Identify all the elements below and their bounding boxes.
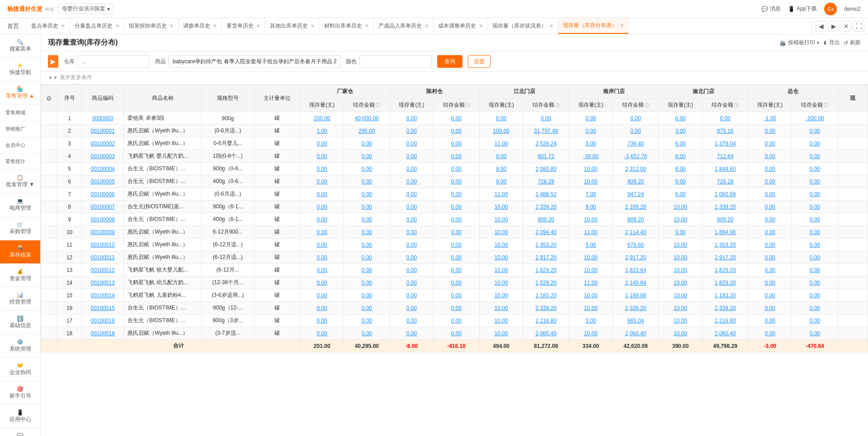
tab-prev-btn[interactable]: ◀	[816, 21, 826, 32]
value-link[interactable]: 0.00	[810, 280, 820, 286]
value-link[interactable]: 0.00	[317, 292, 327, 299]
value-link[interactable]: 2,080.80	[535, 166, 557, 172]
value-link[interactable]: 0.00	[406, 305, 417, 311]
sidebar-item-retail-stats[interactable]: 零售统计	[0, 154, 40, 170]
code-link[interactable]: 00100006	[90, 191, 114, 197]
value-link[interactable]: 10.00	[495, 292, 508, 299]
value-link[interactable]: 0.00	[810, 254, 820, 261]
value-link[interactable]: 809.20	[717, 216, 734, 223]
value-link[interactable]: -39.00	[583, 153, 599, 159]
sidebar-item-quicknav[interactable]: ⚡ 快捷导航	[0, 58, 40, 81]
value-link[interactable]: 1,353.20	[715, 242, 736, 248]
value-link[interactable]: 3.00	[675, 128, 685, 134]
sidebar-item-apps[interactable]: 📱 应用中心	[0, 405, 40, 428]
value-link[interactable]: 1,833.64	[625, 267, 646, 273]
sidebar-item-wholesale[interactable]: 📋 批发管理 ▼	[0, 170, 40, 193]
value-link[interactable]: 0.00	[810, 242, 820, 248]
value-link[interactable]: 0.00	[317, 229, 327, 235]
value-link[interactable]: 0.00	[362, 318, 372, 324]
value-link[interactable]: 0.00	[406, 128, 417, 134]
value-link[interactable]: 0.00	[362, 254, 372, 261]
value-link[interactable]: 6.00	[675, 141, 685, 147]
value-link[interactable]: 0.00	[451, 178, 462, 185]
col-settings[interactable]: ⚙	[41, 85, 57, 112]
value-link[interactable]: 40,000.00	[355, 115, 379, 122]
value-link[interactable]: 10.00	[584, 292, 598, 299]
sidebar-item-guide[interactable]: 🎯 新手引导	[0, 381, 40, 405]
value-link[interactable]: 10.00	[495, 216, 508, 223]
value-link[interactable]: 10.00	[674, 204, 687, 210]
value-link[interactable]: 0.00	[406, 254, 417, 261]
value-link[interactable]: 809.20	[627, 216, 644, 223]
value-link[interactable]: 10.00	[674, 318, 687, 324]
value-link[interactable]: 0.00	[451, 216, 462, 223]
value-link[interactable]: 9.00	[496, 166, 506, 172]
info-icon[interactable]: ⓘ	[734, 103, 739, 108]
value-link[interactable]: 0.00	[630, 128, 641, 134]
value-link[interactable]: 2,105.28	[625, 204, 646, 210]
value-link[interactable]: 0.00	[585, 128, 596, 134]
value-link[interactable]: 0.00	[406, 166, 417, 172]
value-link[interactable]: 0.00	[362, 330, 372, 337]
close-icon[interactable]: ✕	[256, 23, 260, 29]
value-link[interactable]: 2,917.20	[625, 254, 646, 261]
value-link[interactable]: 0.00	[451, 128, 462, 134]
value-link[interactable]: 2,145.64	[625, 280, 646, 286]
value-link[interactable]: 0.00	[406, 229, 417, 235]
tab-product-in-history[interactable]: 产成品入库单历史 ✕	[374, 18, 434, 34]
value-link[interactable]: 0.00	[765, 267, 775, 273]
info-icon[interactable]: ⓘ	[376, 103, 380, 108]
value-link[interactable]: 0.00	[317, 305, 327, 311]
close-icon[interactable]: ✕	[61, 23, 65, 29]
tab-assembly-history[interactable]: 组装拆卸单历史 ✕	[124, 18, 179, 34]
value-link[interactable]: 0.00	[451, 254, 462, 261]
value-link[interactable]: 0.00	[630, 115, 641, 122]
value-link[interactable]: 2,339.20	[535, 204, 557, 210]
gear-icon[interactable]: ⚙	[46, 95, 52, 102]
tab-next-btn[interactable]: ▶	[828, 21, 839, 32]
value-link[interactable]: 0.00	[451, 141, 462, 147]
goods-input[interactable]	[169, 55, 340, 68]
value-link[interactable]: 2,060.40	[535, 330, 557, 337]
value-link[interactable]: 0.00	[317, 267, 327, 273]
value-link[interactable]: 1,829.20	[715, 267, 736, 273]
sidebar-item-ecommerce[interactable]: 💻 电商管理	[0, 193, 40, 217]
value-link[interactable]: 2,216.80	[535, 318, 557, 324]
tab-other-out-history[interactable]: 其他出库单历史 ✕	[265, 18, 320, 34]
value-link[interactable]: 0.00	[765, 305, 775, 311]
value-link[interactable]: 0.00	[317, 318, 327, 324]
value-link[interactable]: 1,353.20	[535, 242, 557, 248]
code-link[interactable]: 00100001	[90, 128, 114, 134]
value-link[interactable]: 0.00	[765, 128, 775, 134]
value-link[interactable]: 0.00	[765, 166, 775, 172]
code-link[interactable]: 00100011	[90, 254, 114, 261]
value-link[interactable]: 3.00	[585, 318, 596, 324]
value-link[interactable]: 0.00	[406, 267, 417, 273]
value-link[interactable]: 0.00	[810, 141, 820, 147]
value-link[interactable]: 0.00	[810, 292, 820, 299]
value-link[interactable]: 10.00	[674, 292, 687, 299]
value-link[interactable]: 0.00	[317, 178, 327, 185]
code-link[interactable]: 00100005	[90, 178, 114, 185]
value-link[interactable]: 0.00	[765, 153, 775, 159]
value-link[interactable]: 1,183.20	[535, 292, 557, 299]
sidebar-item-basic-info[interactable]: ℹ️ 基础信息	[0, 311, 40, 334]
value-link[interactable]: 10.00	[584, 178, 598, 185]
value-link[interactable]: 0.00	[810, 305, 820, 311]
value-link[interactable]: 0.00	[585, 115, 596, 122]
color-input[interactable]	[359, 55, 432, 68]
value-link[interactable]: 0.00	[765, 141, 775, 147]
value-link[interactable]: 2,216.80	[715, 318, 736, 324]
value-link[interactable]: 10.00	[584, 330, 598, 337]
close-icon[interactable]: ✕	[425, 23, 429, 29]
refresh-btn[interactable]: ↺ 刷新	[844, 39, 861, 47]
app-download-btn[interactable]: 📱 App下载	[788, 5, 817, 13]
value-link[interactable]: 0.00	[317, 216, 327, 223]
value-link[interactable]: 0.00	[810, 166, 820, 172]
value-link[interactable]: 0.00	[406, 330, 417, 337]
value-link[interactable]: 10.00	[495, 254, 508, 261]
close-icon[interactable]: ✕	[311, 23, 315, 29]
value-link[interactable]: 728.28	[717, 178, 734, 185]
tab-close-all-btn[interactable]: ✕	[841, 21, 852, 32]
value-link[interactable]: 0.00	[362, 141, 372, 147]
